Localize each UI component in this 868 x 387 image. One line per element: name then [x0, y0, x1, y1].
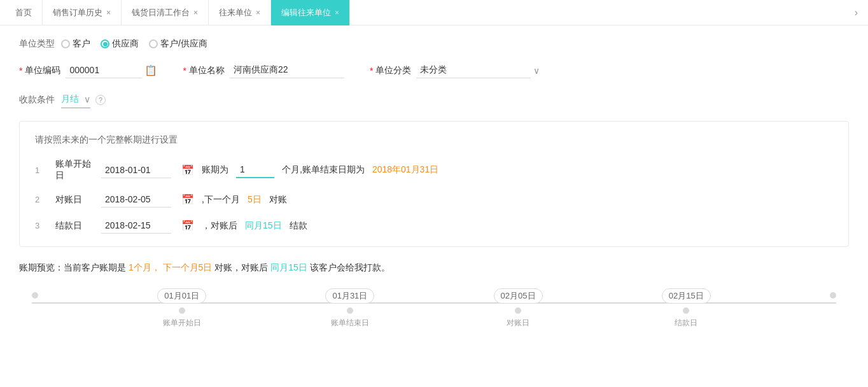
reconcile-highlight: 5日: [248, 194, 262, 206]
timeline-dot-4: [683, 307, 689, 314]
inner-box-title: 请按照未来的一个完整帐期进行设置: [35, 134, 833, 146]
inner-setting-box: 请按照未来的一个完整帐期进行设置 1 账单开始日 📅 账期为 个月,账单结束日期…: [19, 121, 849, 247]
timeline-right-end: [830, 288, 836, 299]
payment-condition-dropdown-icon[interactable]: ∨: [84, 94, 90, 104]
preview-part3: 对账，对账后: [214, 262, 268, 272]
timeline-dot-3: [515, 307, 521, 314]
unit-name-input-wrap: [230, 62, 344, 78]
preview-text: 账期预览：当前客户账期是 1个月， 下一个月5日 对账，对账后 同月15日 该客…: [19, 260, 849, 276]
payment-condition-value: 月结: [61, 94, 81, 105]
unit-code-input[interactable]: [66, 62, 142, 78]
tab-partner-unit[interactable]: 往来单位 ×: [209, 0, 271, 25]
tab-home[interactable]: 首页: [5, 0, 43, 25]
period-suffix: 个月,账单结束日期为: [282, 164, 365, 176]
timeline-badge-3: 02月05日: [494, 288, 543, 304]
timeline-point-1: 01月01日 账单开始日: [157, 288, 206, 328]
start-date-input[interactable]: [101, 162, 171, 178]
unit-name-group: * 单位名称: [183, 62, 344, 78]
timeline-badge-4: 02月15日: [662, 288, 711, 304]
setting-rows: 1 账单开始日 📅 账期为 个月,账单结束日期为 2018年01月31日 2 对…: [35, 158, 833, 234]
radio-both-circle: [149, 39, 158, 48]
timeline-label-1: 账单开始日: [163, 318, 201, 328]
reconcile-date-calendar-icon[interactable]: 📅: [181, 194, 194, 206]
period-value-input[interactable]: [236, 162, 274, 178]
timeline-points: 01月01日 账单开始日 01月31日 账单结束日 02月05日 对账日 02月…: [32, 288, 836, 328]
tab-sales-label: 销售订单历史: [53, 7, 102, 18]
unit-code-input-wrap: 📋: [66, 62, 157, 78]
unit-name-input[interactable]: [230, 62, 344, 78]
timeline-left-dot: [32, 292, 38, 299]
preview-part5: 该客户会给我打款。: [310, 262, 390, 272]
payment-highlight: 同月15日: [245, 220, 282, 232]
tab-cash-ledger[interactable]: 钱货日清工作台 ×: [122, 0, 209, 25]
period-label: 账期为: [202, 164, 228, 176]
unit-type-row: 单位类型 客户 供应商 客户/供应商: [19, 38, 849, 50]
unit-category-input[interactable]: [416, 62, 531, 78]
row-type-label-3: 结款日: [55, 220, 94, 232]
tab-edit-partner-unit[interactable]: 编辑往来单位 ×: [271, 0, 350, 25]
tab-edit-label: 编辑往来单位: [281, 7, 331, 18]
reconcile-suffix2: 对账: [269, 194, 287, 206]
tab-home-label: 首页: [15, 7, 32, 18]
unit-code-icon[interactable]: 📋: [144, 64, 157, 76]
payment-condition-row: 收款条件 月结 ∨ ?: [19, 91, 849, 108]
timeline-label-4: 结款日: [675, 318, 697, 328]
unit-info-row: * 单位编码 📋 * 单位名称 * 单位分类 ∨: [19, 62, 849, 78]
row-num-3: 3: [35, 221, 48, 230]
tab-edit-close-icon[interactable]: ×: [335, 8, 339, 17]
preview-part4: 同月15日: [270, 262, 307, 272]
period-end-date: 2018年01月31日: [372, 164, 438, 176]
timeline-label-3: 对账日: [507, 318, 529, 328]
unit-category-star: *: [370, 66, 373, 76]
reconcile-date-input[interactable]: [101, 192, 171, 208]
timeline-point-4: 02月15日 结款日: [662, 288, 711, 328]
unit-category-input-wrap: ∨: [416, 62, 540, 78]
row-num-2: 2: [35, 195, 48, 204]
radio-customer[interactable]: 客户: [61, 38, 90, 50]
unit-category-group: * 单位分类 ∨: [370, 62, 540, 78]
tab-sales-close-icon[interactable]: ×: [106, 8, 111, 17]
timeline-point-2: 01月31日 账单结束日: [325, 288, 374, 328]
payment-condition-label: 收款条件: [19, 94, 55, 106]
unit-type-radio-group: 客户 供应商 客户/供应商: [61, 38, 207, 50]
radio-supplier[interactable]: 供应商: [101, 38, 139, 50]
tabs-bar: 首页 销售订单历史 × 钱货日清工作台 × 往来单位 × 编辑往来单位 × ›: [0, 0, 868, 25]
timeline-dot-1: [179, 307, 185, 314]
timeline-label-2: 账单结束日: [331, 318, 369, 328]
payment-date-calendar-icon[interactable]: 📅: [181, 220, 194, 232]
timeline-badge-2: 01月31日: [325, 288, 374, 304]
unit-name-star: *: [183, 66, 186, 76]
timeline-right-dot: [830, 292, 836, 299]
unit-category-label: 单位分类: [375, 65, 411, 76]
radio-both[interactable]: 客户/供应商: [149, 38, 207, 50]
timeline-dot-2: [347, 307, 353, 314]
setting-row-1: 1 账单开始日 📅 账期为 个月,账单结束日期为 2018年01月31日: [35, 158, 833, 181]
setting-row-3: 3 结款日 📅 ，对账后 同月15日 结款: [35, 218, 833, 234]
payment-suffix1: ，对账后: [202, 220, 237, 232]
payment-condition-select[interactable]: 月结 ∨: [61, 91, 90, 108]
payment-help-icon[interactable]: ?: [95, 95, 106, 105]
tab-cash-close-icon[interactable]: ×: [193, 8, 198, 17]
radio-customer-circle: [61, 39, 70, 48]
tab-partner-label: 往来单位: [219, 7, 252, 18]
unit-name-label: 单位名称: [189, 65, 225, 76]
tab-overflow-arrow[interactable]: ›: [850, 7, 863, 18]
reconcile-suffix1: ,下一个月: [202, 194, 240, 206]
radio-supplier-label: 供应商: [112, 38, 139, 50]
timeline-badge-1: 01月01日: [157, 288, 206, 304]
unit-type-label: 单位类型: [19, 38, 55, 50]
main-content: 单位类型 客户 供应商 客户/供应商 * 单位编码 📋: [0, 25, 868, 387]
unit-category-dropdown-icon[interactable]: ∨: [533, 66, 540, 76]
unit-code-star: *: [19, 66, 22, 76]
preview-part2: 下一个月5日: [163, 262, 213, 272]
tab-sales-order-history[interactable]: 销售订单历史 ×: [43, 0, 122, 25]
radio-supplier-circle: [101, 39, 109, 48]
row-type-label-2: 对账日: [55, 194, 94, 206]
start-date-calendar-icon[interactable]: 📅: [181, 164, 194, 176]
tab-partner-close-icon[interactable]: ×: [256, 8, 260, 17]
payment-suffix2: 结款: [290, 220, 307, 232]
preview-part1: 1个月，: [129, 262, 160, 272]
row-num-1: 1: [35, 165, 48, 175]
unit-code-label: 单位编码: [25, 65, 60, 76]
payment-date-input[interactable]: [101, 218, 171, 234]
